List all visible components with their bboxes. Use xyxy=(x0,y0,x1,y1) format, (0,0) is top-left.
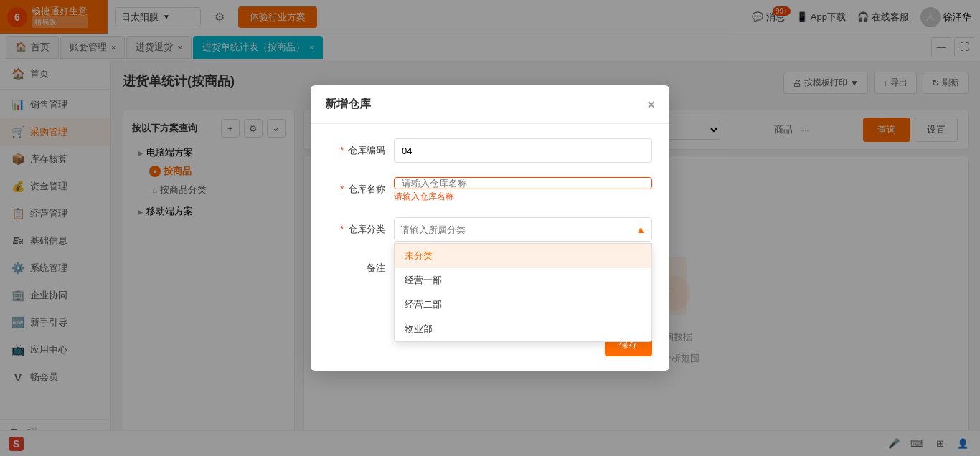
modal-close-button[interactable]: × xyxy=(647,98,655,111)
category-field: ▲ 未分类 经营一部 经营二部 物业部 xyxy=(394,217,652,242)
modal-body: * 仓库编码 * 仓库名称 请输入仓库名称 * xyxy=(311,124,669,325)
code-label: * 仓库编码 xyxy=(328,138,385,157)
form-row-name: * 仓库名称 请输入仓库名称 xyxy=(328,177,652,203)
name-input[interactable] xyxy=(394,177,652,189)
name-label: * 仓库名称 xyxy=(328,177,385,196)
dropdown-item-uncategorized[interactable]: 未分类 xyxy=(395,244,651,268)
form-row-category: * 仓库分类 ▲ 未分类 经营一部 经营二部 物业部 xyxy=(328,217,652,242)
category-dropdown: 未分类 经营一部 经营二部 物业部 xyxy=(394,243,652,342)
chevron-up-icon[interactable]: ▲ xyxy=(636,224,646,235)
form-row-code: * 仓库编码 xyxy=(328,138,652,163)
dropdown-item-dept1[interactable]: 经营一部 xyxy=(395,268,651,293)
category-input[interactable] xyxy=(400,224,631,235)
dropdown-item-property[interactable]: 物业部 xyxy=(395,317,651,341)
dropdown-item-dept2[interactable]: 经营二部 xyxy=(395,293,651,317)
category-label: * 仓库分类 xyxy=(328,217,385,236)
modal-title: 新增仓库 xyxy=(325,97,371,112)
note-label: 备注 xyxy=(328,256,385,275)
modal-header: 新增仓库 × xyxy=(311,85,669,124)
category-input-wrapper: ▲ xyxy=(394,217,652,242)
modal-overlay[interactable]: 新增仓库 × * 仓库编码 * 仓库名称 请输入仓库名称 xyxy=(0,0,980,456)
code-input[interactable] xyxy=(394,138,652,163)
name-field: 请输入仓库名称 xyxy=(394,177,652,203)
name-error-msg: 请输入仓库名称 xyxy=(394,191,652,203)
warehouse-modal: 新增仓库 × * 仓库编码 * 仓库名称 请输入仓库名称 xyxy=(311,85,669,371)
